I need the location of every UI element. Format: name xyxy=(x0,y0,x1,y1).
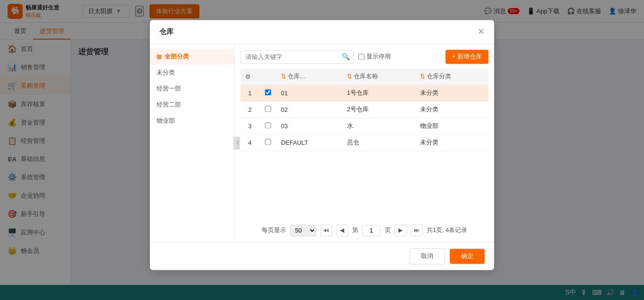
row-category: 未分类 xyxy=(415,134,488,151)
row-num: 4 xyxy=(240,134,259,151)
row-num: 2 xyxy=(240,101,259,118)
collapse-panel-button[interactable]: 《 xyxy=(233,136,240,150)
search-input[interactable] xyxy=(240,50,354,64)
th-gear: ⚙ xyxy=(240,68,259,85)
grid-icon: ⊞ xyxy=(157,53,162,60)
first-page-button[interactable]: ⏮ xyxy=(320,224,332,236)
row-checkbox[interactable] xyxy=(265,139,271,145)
show-disabled-checkbox[interactable] xyxy=(358,54,364,60)
row-code: DEFAULT xyxy=(276,134,342,151)
th-name: ⇅仓库名称 xyxy=(342,68,415,85)
category-panel: ⊞ 全部分类 未分类 经营一部 经营二部 物业部 《 xyxy=(150,44,235,242)
row-checkbox[interactable] xyxy=(265,122,271,128)
row-checkbox[interactable] xyxy=(265,89,271,95)
search-icon[interactable]: 🔍 xyxy=(342,53,350,60)
row-category: 物业部 xyxy=(415,118,488,134)
page-number-input[interactable] xyxy=(362,225,381,236)
category-item-op1[interactable]: 经营一部 xyxy=(150,81,234,97)
category-item-property[interactable]: 物业部 xyxy=(150,113,234,129)
pagination-row: 每页显示 50 100 200 ⏮ ◀ 第 页 ▶ ⏭ 共1页, 4条记录 xyxy=(240,218,488,236)
show-disabled-label[interactable]: 显示停用 xyxy=(358,52,391,61)
warehouse-table: ⚙ ⇅仓库... ⇅仓库名称 ⇅仓库分类 1 01 1号仓库 未分类 xyxy=(240,68,488,151)
page-total: 共1页, 4条记录 xyxy=(427,226,468,234)
row-name: 总仓 xyxy=(342,134,415,151)
row-code: 03 xyxy=(276,118,342,134)
row-name: 水 xyxy=(342,118,415,134)
modal-body: ⊞ 全部分类 未分类 经营一部 经营二部 物业部 《 🔍 显示停用 + 新增仓库 xyxy=(150,44,494,242)
row-num: 1 xyxy=(240,85,259,101)
next-page-button[interactable]: ▶ xyxy=(395,224,407,236)
row-name: 1号仓库 xyxy=(342,85,415,101)
th-code: ⇅仓库... xyxy=(276,68,342,85)
category-item-none[interactable]: 未分类 xyxy=(150,65,234,81)
row-checkbox-cell[interactable] xyxy=(259,85,276,101)
page-label-text: 第 xyxy=(352,226,358,234)
table-row[interactable]: 4 DEFAULT 总仓 未分类 xyxy=(240,134,488,151)
modal-title: 仓库 xyxy=(159,27,173,36)
table-row[interactable]: 3 03 水 物业部 xyxy=(240,118,488,134)
last-page-button[interactable]: ⏭ xyxy=(411,224,423,236)
modal-header: 仓库 ✕ xyxy=(150,20,494,44)
search-input-wrap: 🔍 xyxy=(240,50,354,64)
row-checkbox-cell[interactable] xyxy=(259,101,276,118)
row-checkbox-cell[interactable] xyxy=(259,134,276,151)
table-body: 1 01 1号仓库 未分类 2 02 2号仓库 未分类 3 xyxy=(240,85,488,151)
row-name: 2号仓库 xyxy=(342,101,415,118)
category-all-item[interactable]: ⊞ 全部分类 xyxy=(150,49,234,65)
table-header: ⚙ ⇅仓库... ⇅仓库名称 ⇅仓库分类 xyxy=(240,68,488,85)
modal-footer: 取消 确定 xyxy=(150,242,494,270)
warehouse-modal: 仓库 ✕ ⊞ 全部分类 未分类 经营一部 经营二部 物业部 《 🔍 xyxy=(150,20,494,270)
table-panel: 🔍 显示停用 + 新增仓库 ⚙ ⇅仓库... ⇅仓库名称 ⇅仓库分类 xyxy=(235,44,494,242)
confirm-button[interactable]: 确定 xyxy=(450,249,485,264)
show-disabled-text: 显示停用 xyxy=(366,52,391,61)
row-code: 02 xyxy=(276,101,342,118)
row-category: 未分类 xyxy=(415,85,488,101)
row-num: 3 xyxy=(240,118,259,134)
row-checkbox-cell[interactable] xyxy=(259,118,276,134)
table-row[interactable]: 1 01 1号仓库 未分类 xyxy=(240,85,488,101)
category-item-op2[interactable]: 经营二部 xyxy=(150,97,234,113)
row-code: 01 xyxy=(276,85,342,101)
page-suffix: 页 xyxy=(385,226,391,234)
table-toolbar: 🔍 显示停用 + 新增仓库 xyxy=(240,50,488,64)
add-warehouse-button[interactable]: + 新增仓库 xyxy=(446,50,488,64)
row-checkbox[interactable] xyxy=(265,106,271,112)
cancel-button[interactable]: 取消 xyxy=(409,248,445,264)
per-page-select[interactable]: 50 100 200 xyxy=(290,225,316,236)
prev-page-button[interactable]: ◀ xyxy=(336,224,348,236)
row-category: 未分类 xyxy=(415,101,488,118)
modal-close-button[interactable]: ✕ xyxy=(478,26,485,37)
th-check xyxy=(259,68,276,85)
table-row[interactable]: 2 02 2号仓库 未分类 xyxy=(240,101,488,118)
per-page-label: 每页显示 xyxy=(262,226,286,234)
th-category: ⇅仓库分类 xyxy=(415,68,488,85)
category-all-label: 全部分类 xyxy=(165,52,189,61)
